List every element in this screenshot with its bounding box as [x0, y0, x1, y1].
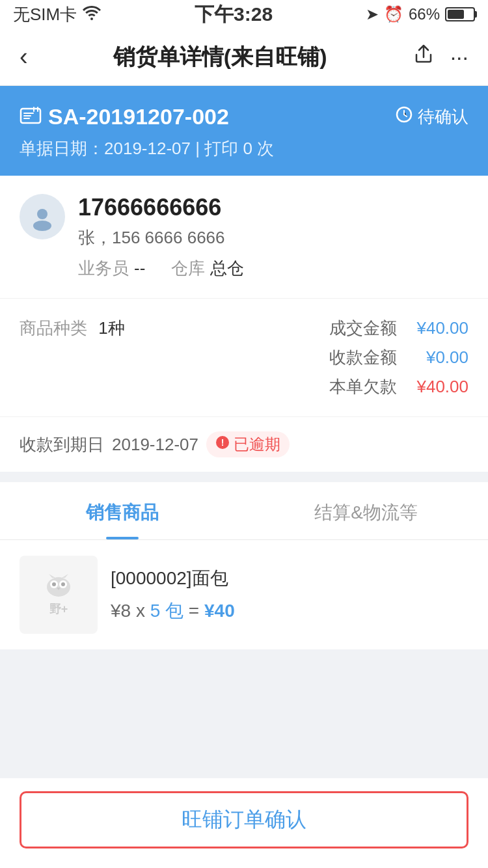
more-icon[interactable]: ···	[450, 44, 468, 70]
tab-sales-products[interactable]: 销售商品	[0, 482, 244, 539]
product-thumbnail: 野+	[20, 556, 98, 634]
battery-percent: 66%	[409, 5, 440, 23]
battery-icon	[445, 7, 475, 21]
order-date: 单据日期：2019-12-07 | 打印 0 次	[20, 137, 468, 160]
received-row: 收款金额 ¥0.00	[329, 346, 468, 369]
product-info: [0000002]面包 ¥8 x 5 包 = ¥40	[111, 566, 468, 623]
svg-point-2	[37, 209, 47, 219]
status-time: 下午3:28	[195, 1, 273, 28]
back-button[interactable]: ‹	[20, 43, 28, 71]
status-right: ➤ ⏰ 66%	[366, 5, 475, 23]
wifi-icon	[82, 5, 102, 25]
warehouse-item: 仓库 总仓	[171, 257, 244, 280]
header-card: SA-20191207-002 待确认 单据日期：2019-12-07 | 打印…	[0, 86, 488, 176]
customer-meta: 业务员 -- 仓库 总仓	[78, 257, 468, 280]
due-date-card: 收款到期日 2019-12-07 ! 已逾期	[0, 417, 488, 472]
arrears-value: ¥40.00	[416, 377, 468, 397]
svg-point-6	[47, 577, 70, 597]
salesperson-label: 业务员	[78, 257, 129, 280]
due-date-row: 收款到期日 2019-12-07 ! 已逾期	[20, 431, 468, 457]
amount-row: 成交金额 ¥40.00	[329, 317, 468, 340]
product-name: [0000002]面包	[111, 566, 468, 591]
due-date-label: 收款到期日	[20, 433, 104, 456]
warehouse-value: 总仓	[210, 257, 244, 280]
header-top: SA-20191207-002 待确认	[20, 104, 468, 129]
svg-point-9	[52, 582, 56, 586]
carrier-text: 无SIM卡	[13, 3, 77, 26]
arrears-row: 本单欠款 ¥40.00	[329, 375, 468, 398]
unit-price: ¥8	[111, 601, 131, 621]
product-type: 商品种类 1种	[20, 317, 125, 340]
clock-icon	[396, 106, 413, 128]
amount-value: ¥40.00	[416, 318, 468, 338]
tab-settlement[interactable]: 结算&物流等	[244, 482, 488, 539]
overdue-icon: !	[215, 435, 230, 454]
svg-point-10	[61, 582, 65, 586]
due-date-value: 2019-12-07	[112, 435, 198, 455]
nav-bar: ‹ 销货单详情(来自旺铺) ···	[0, 29, 488, 86]
order-icon	[20, 104, 42, 129]
amount-label: 成交金额	[329, 317, 397, 340]
nav-actions: ···	[413, 44, 468, 71]
warehouse-label: 仓库	[171, 257, 205, 280]
tabs-bar: 销售商品 结算&物流等	[0, 482, 488, 540]
overdue-text: 已逾期	[234, 434, 280, 455]
location-icon: ➤	[366, 5, 379, 23]
customer-avatar	[20, 194, 65, 239]
bottom-bar: 旺铺订单确认	[0, 778, 488, 868]
customer-card: 17666666666 张，156 6666 6666 业务员 -- 仓库 总仓	[0, 176, 488, 299]
share-icon[interactable]	[413, 44, 435, 71]
salesperson-item: 业务员 --	[78, 257, 145, 280]
brand-label: 野+	[49, 601, 68, 617]
customer-name: 张，156 6666 6666	[78, 226, 468, 249]
page-title: 销货单详情(来自旺铺)	[113, 42, 327, 72]
total-price: ¥40	[204, 601, 235, 621]
received-label: 收款金额	[329, 346, 397, 369]
product-type-value: 1种	[98, 318, 124, 338]
qty-unit: 包	[165, 601, 183, 621]
status-left: 无SIM卡	[13, 3, 102, 26]
confirm-order-button[interactable]: 旺铺订单确认	[20, 791, 468, 848]
financial-summary: 成交金额 ¥40.00 收款金额 ¥0.00 本单欠款 ¥40.00	[329, 317, 468, 398]
qty: 5	[150, 601, 161, 621]
thumb-inner: 野+	[39, 573, 78, 617]
summary-card: 商品种类 1种 成交金额 ¥40.00 收款金额 ¥0.00 本单欠款 ¥40.…	[0, 299, 488, 417]
order-status: 待确认	[396, 105, 468, 128]
salesperson-value: --	[134, 258, 145, 278]
customer-section: 17666666666 张，156 6666 6666 业务员 -- 仓库 总仓	[20, 194, 468, 280]
customer-info: 17666666666 张，156 6666 6666 业务员 -- 仓库 总仓	[78, 194, 468, 280]
received-value: ¥0.00	[426, 347, 468, 368]
status-bar: 无SIM卡 下午3:28 ➤ ⏰ 66%	[0, 0, 488, 29]
svg-text:!: !	[221, 437, 224, 448]
alarm-icon: ⏰	[384, 5, 403, 23]
product-item: 野+ [0000002]面包 ¥8 x 5 包 = ¥40	[0, 540, 488, 649]
summary-section: 商品种类 1种 成交金额 ¥40.00 收款金额 ¥0.00 本单欠款 ¥40.…	[20, 317, 468, 398]
arrears-label: 本单欠款	[329, 375, 397, 398]
order-number: SA-20191207-002	[20, 104, 229, 129]
customer-phone: 17666666666	[78, 194, 468, 221]
svg-point-3	[33, 221, 51, 231]
product-type-label: 商品种类	[20, 318, 87, 338]
product-price: ¥8 x 5 包 = ¥40	[111, 599, 468, 623]
overdue-badge: ! 已逾期	[206, 431, 290, 457]
